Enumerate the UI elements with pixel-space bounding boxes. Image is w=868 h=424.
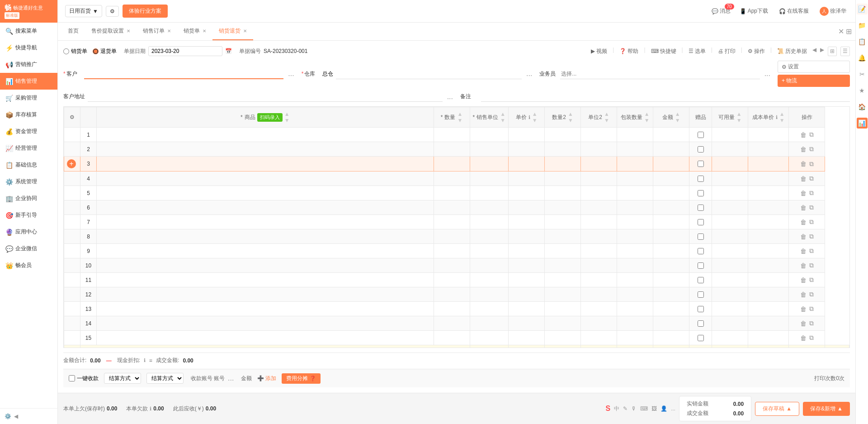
tool-icon-4[interactable]: 🎙: [631, 405, 637, 412]
right-sidebar-icon-8[interactable]: 📊: [857, 118, 868, 129]
close-all-icon[interactable]: ✕: [838, 27, 844, 36]
row-qty2-cell[interactable]: [545, 186, 581, 200]
settings-selector[interactable]: ⚙: [106, 6, 119, 17]
row-available-cell[interactable]: [712, 172, 748, 186]
tool-icon-1[interactable]: S: [606, 405, 611, 413]
row-amount-cell[interactable]: [653, 287, 689, 302]
row-price-cell[interactable]: [509, 186, 545, 200]
copy-row-icon[interactable]: ⧉: [809, 305, 814, 313]
row-pkg-cell[interactable]: [617, 316, 653, 331]
row-product-cell[interactable]: [97, 302, 434, 316]
row-cost-cell[interactable]: [748, 186, 789, 200]
delete-row-icon[interactable]: 🗑: [800, 320, 807, 327]
print-btn[interactable]: 🖨 打印: [716, 47, 737, 56]
row-product-cell[interactable]: [97, 172, 434, 186]
tool-icon-8[interactable]: ...: [671, 405, 675, 412]
row-amount-cell[interactable]: [653, 186, 689, 200]
row-unit2-cell[interactable]: [581, 258, 617, 273]
row-qty2-cell[interactable]: [545, 287, 581, 302]
row-qty-cell[interactable]: [434, 128, 470, 142]
right-sidebar-icon-2[interactable]: 📁: [857, 20, 868, 31]
gift-checkbox[interactable]: [698, 248, 704, 254]
sidebar-item-member[interactable]: 👑 畅会员: [0, 257, 57, 274]
row-gift-cell[interactable]: [689, 244, 712, 258]
delete-row-icon[interactable]: 🗑: [800, 291, 807, 298]
row-qty-cell[interactable]: [434, 200, 470, 215]
right-sidebar-icon-6[interactable]: ★: [857, 85, 868, 96]
row-unit2-cell[interactable]: [581, 172, 617, 186]
row-pkg-cell[interactable]: [617, 172, 653, 186]
tool-icon-7[interactable]: 👤: [660, 405, 667, 412]
row-amount-cell[interactable]: [653, 142, 689, 157]
row-cost-cell[interactable]: [748, 215, 789, 229]
row-gift-cell[interactable]: [689, 302, 712, 316]
row-pkg-cell[interactable]: [617, 186, 653, 200]
row-amount-cell[interactable]: [653, 331, 689, 345]
remark-input[interactable]: [481, 91, 850, 102]
row-qty2-cell[interactable]: [545, 331, 581, 345]
address-input[interactable]: [88, 91, 443, 102]
row-gift-cell[interactable]: [689, 273, 712, 287]
product-input[interactable]: [99, 161, 431, 167]
customer-input[interactable]: [84, 68, 283, 79]
add-logistics-btn[interactable]: + 物流: [778, 75, 850, 87]
add-row-btn[interactable]: +: [67, 159, 76, 168]
row-qty2-cell[interactable]: [545, 258, 581, 273]
row-cost-cell[interactable]: [748, 229, 789, 244]
copy-row-icon[interactable]: ⧉: [809, 175, 814, 182]
sidebar-item-apps[interactable]: 🔮 应用中心: [0, 224, 57, 240]
row-pkg-cell[interactable]: [617, 229, 653, 244]
row-pkg-cell[interactable]: [617, 142, 653, 157]
row-qty-cell[interactable]: [434, 142, 470, 157]
gift-checkbox[interactable]: [698, 146, 704, 152]
date-input[interactable]: [148, 46, 222, 56]
copy-row-icon[interactable]: ⧉: [809, 276, 814, 284]
copy-row-icon[interactable]: ⧉: [809, 204, 814, 211]
tab-home[interactable]: 首页: [61, 23, 85, 40]
copy-row-icon[interactable]: ⧉: [809, 247, 814, 255]
cost-info-icon[interactable]: ℹ: [776, 114, 778, 120]
one-click-checkbox[interactable]: [69, 375, 75, 381]
calc-method-select[interactable]: 结算方式: [146, 373, 184, 384]
payment-method-select[interactable]: 结算方式: [104, 373, 141, 384]
row-product-cell[interactable]: [97, 244, 434, 258]
row-price-cell[interactable]: [509, 244, 545, 258]
row-amount-cell[interactable]: [653, 316, 689, 331]
row-gift-cell[interactable]: [689, 157, 712, 172]
delete-row-icon[interactable]: 🗑: [800, 146, 807, 153]
row-price-cell[interactable]: [509, 157, 545, 172]
add-fee-btn[interactable]: ➕ 添加: [257, 375, 276, 382]
sidebar-item-business[interactable]: 📈 经营管理: [0, 140, 57, 157]
help-btn[interactable]: ❓ 帮助: [618, 47, 640, 56]
row-unit-cell[interactable]: [470, 273, 509, 287]
gift-checkbox[interactable]: [698, 262, 704, 269]
row-gift-cell[interactable]: [689, 287, 712, 302]
row-product-cell[interactable]: [97, 157, 434, 172]
row-price-cell[interactable]: [509, 273, 545, 287]
gift-checkbox[interactable]: [698, 335, 704, 341]
copy-row-icon[interactable]: ⧉: [809, 319, 814, 327]
right-sidebar-icon-7[interactable]: 🏠: [857, 101, 868, 112]
sidebar-item-guide[interactable]: 🎯 新手引导: [0, 207, 57, 224]
copy-row-icon[interactable]: ⧉: [809, 145, 814, 153]
video-btn[interactable]: ▶ 视频: [589, 47, 609, 56]
delete-row-icon[interactable]: 🗑: [800, 190, 807, 197]
row-qty2-cell[interactable]: [545, 215, 581, 229]
right-sidebar-icon-1[interactable]: 📝: [857, 4, 868, 14]
row-qty-cell[interactable]: [434, 229, 470, 244]
row-qty-cell[interactable]: [434, 273, 470, 287]
customer-dots[interactable]: ...: [288, 70, 294, 78]
copy-row-icon[interactable]: ⧉: [809, 131, 814, 138]
row-product-cell[interactable]: [97, 186, 434, 200]
gift-checkbox[interactable]: [698, 132, 704, 138]
row-unit2-cell[interactable]: [581, 229, 617, 244]
gift-checkbox[interactable]: [698, 161, 704, 167]
save-draft-btn[interactable]: 保存草稿 ▲: [755, 402, 799, 416]
row-pkg-cell[interactable]: [617, 200, 653, 215]
row-price-cell[interactable]: [509, 128, 545, 142]
delete-row-icon[interactable]: 🗑: [800, 248, 807, 255]
row-qty2-cell[interactable]: [545, 172, 581, 186]
row-qty2-cell[interactable]: [545, 302, 581, 316]
grid-view-btn[interactable]: ⊞: [828, 47, 837, 56]
delete-row-icon[interactable]: 🗑: [800, 276, 807, 284]
